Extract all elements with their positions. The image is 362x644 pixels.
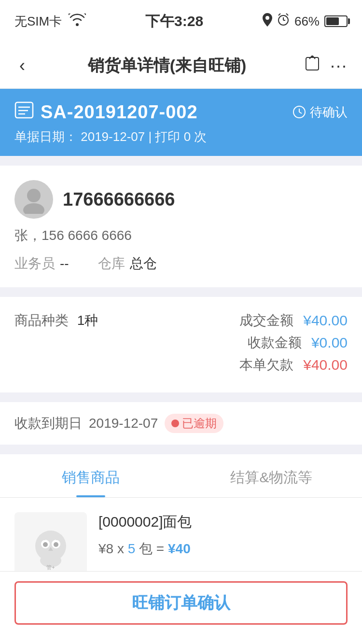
warehouse-label: 仓库 — [98, 254, 125, 273]
customer-row: 17666666666 — [14, 180, 348, 219]
avatar-icon — [19, 185, 48, 214]
received-value: ¥0.00 — [311, 335, 348, 351]
order-id: SA-20191207-002 — [41, 102, 198, 123]
received-row: 收款金额 ¥0.00 — [239, 334, 348, 352]
alarm-icon — [277, 13, 290, 30]
due-date-value: 2019-12-07 — [89, 416, 158, 431]
order-date-row: 单据日期： 2019-12-07 | 打印 0 次 — [14, 128, 348, 145]
product-type: 商品种类 1种 — [14, 311, 98, 330]
due-label: 收款到期日 — [14, 414, 82, 433]
page-title: 销货单详情(来自旺铺) — [88, 55, 247, 77]
tab-products-label: 销售商品 — [62, 469, 120, 485]
svg-point-19 — [54, 542, 58, 547]
tab-settlement[interactable]: 结算&物流等 — [181, 454, 362, 497]
product-info: [0000002]面包 ¥8 x 5 包 = ¥40 — [98, 512, 348, 558]
unit-price: ¥8 — [98, 541, 113, 556]
overdue-dot — [171, 420, 179, 427]
overdue-badge: 已逾期 — [165, 414, 223, 433]
warehouse-value: 总仓 — [130, 254, 157, 273]
svg-text:管+: 管+ — [46, 564, 55, 570]
tab-products[interactable]: 销售商品 — [0, 454, 181, 497]
status-time: 下午3:28 — [145, 12, 203, 31]
battery-percent: 66% — [294, 14, 320, 29]
customer-meta: 业务员 -- 仓库 总仓 — [14, 254, 348, 273]
svg-line-4 — [286, 14, 288, 15]
overdue-text: 已逾期 — [182, 416, 217, 431]
warehouse: 仓库 总仓 — [98, 254, 157, 273]
order-status: 待确认 — [292, 104, 348, 121]
svg-point-13 — [27, 189, 41, 202]
product-price: ¥8 x 5 包 = ¥40 — [98, 540, 348, 558]
bottom-area: 旺铺订单确认 — [0, 571, 362, 644]
product-image: 管+ — [24, 527, 77, 570]
debt-label: 本单欠款 — [239, 356, 293, 374]
product-qty: 5 — [128, 541, 136, 556]
tab-settlement-label: 结算&物流等 — [230, 469, 312, 485]
product-name: [0000002]面包 — [98, 512, 348, 532]
nav-bar: ‹ 销货单详情(来自旺铺) ··· — [0, 42, 362, 89]
type-label: 商品种类 — [14, 313, 69, 328]
received-label: 收款金额 — [248, 334, 302, 352]
status-label: 待确认 — [310, 104, 348, 121]
carrier-text: 无SIM卡 — [14, 13, 62, 30]
sales-value: -- — [60, 256, 69, 271]
svg-line-3 — [278, 14, 280, 15]
confirm-button[interactable]: 旺铺订单确认 — [14, 581, 348, 625]
avatar — [14, 180, 53, 219]
order-header: SA-20191207-002 待确认 单据日期： 2019-12-07 | 打… — [0, 89, 362, 156]
more-button[interactable]: ··· — [330, 56, 348, 76]
svg-rect-5 — [306, 57, 319, 70]
back-button[interactable]: ‹ — [14, 51, 30, 81]
sales-label: 业务员 — [14, 254, 55, 273]
product-total: ¥40 — [168, 541, 191, 556]
debt-row: 本单欠款 ¥40.00 — [239, 356, 348, 374]
status-bar: 无SIM卡 下午3:28 66% — [0, 0, 362, 42]
customer-section: 17666666666 张，156 6666 6666 业务员 -- 仓库 总仓 — [0, 166, 362, 287]
sales-person: 业务员 -- — [14, 254, 69, 273]
debt-value: ¥40.00 — [303, 357, 348, 373]
amount-label: 成交金额 — [239, 311, 293, 330]
svg-point-14 — [23, 203, 44, 214]
battery-fill — [326, 17, 339, 25]
customer-name: 张，156 6666 6666 — [14, 226, 348, 245]
amount-row: 成交金额 ¥40.00 — [239, 311, 348, 330]
order-doc-icon — [14, 101, 34, 123]
svg-point-18 — [43, 542, 48, 547]
battery-icon — [324, 15, 348, 27]
order-id-row: SA-20191207-002 — [14, 101, 198, 123]
share-button[interactable] — [304, 56, 320, 76]
amounts: 成交金额 ¥40.00 收款金额 ¥0.00 本单欠款 ¥40.00 — [239, 311, 348, 378]
order-date-value: 2019-12-07 — [81, 129, 145, 144]
amount-value: ¥40.00 — [303, 312, 348, 329]
location-icon — [263, 13, 272, 30]
nav-actions: ··· — [304, 56, 348, 76]
customer-phone: 17666666666 — [63, 189, 175, 210]
status-right: 66% — [263, 13, 348, 30]
type-value: 1种 — [77, 313, 98, 328]
wifi-icon — [69, 14, 86, 29]
summary-section: 商品种类 1种 成交金额 ¥40.00 收款金额 ¥0.00 本单欠款 ¥40.… — [0, 297, 362, 392]
due-date-section: 收款到期日 2019-12-07 已逾期 — [0, 402, 362, 445]
svg-line-12 — [299, 112, 302, 113]
tabs-container: 销售商品 结算&物流等 — [0, 454, 362, 498]
status-left: 无SIM卡 — [14, 13, 86, 30]
